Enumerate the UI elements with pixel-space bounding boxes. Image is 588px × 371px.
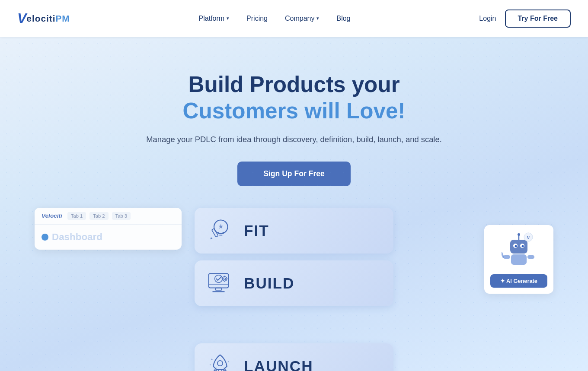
build-label: BUILD bbox=[244, 275, 295, 292]
fit-label: FIT bbox=[244, 222, 269, 239]
svg-point-9 bbox=[222, 276, 227, 281]
logo-name: elocitiPM bbox=[26, 13, 70, 24]
hero-subtitle: Manage your PDLC from idea through disco… bbox=[146, 135, 442, 144]
dashboard-card: Velociti Tab 1 Tab 2 Tab 3 Dashboard bbox=[35, 208, 182, 250]
login-button[interactable]: Login bbox=[479, 15, 496, 22]
card-body: Dashboard bbox=[35, 225, 182, 250]
chevron-down-icon: ▾ bbox=[227, 16, 229, 21]
topbar-tabs: Tab 1 Tab 2 Tab 3 bbox=[67, 212, 131, 220]
nav-platform[interactable]: Platform ▾ bbox=[199, 15, 230, 22]
logo-v-letter: V bbox=[17, 10, 26, 26]
logo[interactable]: V elocitiPM bbox=[17, 10, 70, 26]
nav-pricing[interactable]: Pricing bbox=[246, 15, 268, 22]
signup-button[interactable]: Sign Up For Free bbox=[237, 162, 351, 186]
svg-rect-23 bbox=[503, 255, 510, 259]
robot-icon: V bbox=[502, 231, 536, 270]
svg-point-31 bbox=[210, 364, 211, 365]
svg-rect-15 bbox=[510, 240, 527, 254]
navbar: V elocitiPM Platform ▾ Pricing Company ▾… bbox=[0, 0, 588, 37]
svg-point-18 bbox=[515, 245, 517, 247]
hero-title-line2: Customers will Love! bbox=[183, 98, 406, 124]
dashboard-dot-icon bbox=[42, 234, 48, 241]
svg-rect-24 bbox=[527, 255, 534, 259]
card-topbar: Velociti Tab 1 Tab 2 Tab 3 bbox=[35, 208, 182, 225]
topbar-tab: Tab 1 bbox=[67, 212, 86, 220]
topbar-tab: Tab 3 bbox=[112, 212, 131, 220]
topbar-tab: Tab 2 bbox=[89, 212, 108, 220]
nav-blog[interactable]: Blog bbox=[336, 15, 350, 22]
svg-line-25 bbox=[502, 253, 503, 257]
launch-icon bbox=[205, 351, 235, 371]
svg-point-28 bbox=[217, 361, 223, 366]
svg-rect-22 bbox=[511, 254, 527, 265]
ai-card: V ✦ AI Generate bbox=[484, 225, 553, 294]
launch-label: LAUNCH bbox=[244, 358, 313, 371]
svg-text:V: V bbox=[527, 235, 530, 241]
nav-actions: Login Try For Free bbox=[479, 10, 571, 28]
svg-point-30 bbox=[228, 361, 229, 362]
svg-point-10 bbox=[224, 278, 225, 279]
dashboard-label: Dashboard bbox=[42, 231, 175, 243]
build-card: BUILD bbox=[195, 260, 393, 306]
nav-company[interactable]: Company ▾ bbox=[285, 15, 319, 22]
fit-icon bbox=[205, 216, 235, 246]
fit-card: FIT bbox=[195, 208, 393, 254]
svg-point-29 bbox=[211, 358, 213, 360]
launch-partial: LAUNCH bbox=[195, 343, 393, 371]
hero-section: Build Products your Customers will Love!… bbox=[0, 37, 588, 371]
topbar-logo: Velociti bbox=[42, 212, 62, 219]
try-for-free-button[interactable]: Try For Free bbox=[505, 10, 571, 28]
phase-cards: FIT bbox=[195, 208, 393, 306]
hero-title-line1: Build Products your bbox=[188, 71, 399, 98]
launch-card: LAUNCH bbox=[195, 343, 393, 371]
ai-generate-button[interactable]: ✦ AI Generate bbox=[490, 274, 547, 288]
build-icon bbox=[205, 268, 235, 298]
svg-point-19 bbox=[522, 245, 524, 247]
chevron-down-icon: ▾ bbox=[316, 16, 319, 21]
nav-links: Platform ▾ Pricing Company ▾ Blog bbox=[199, 15, 351, 22]
svg-rect-6 bbox=[216, 288, 222, 290]
svg-point-21 bbox=[518, 233, 520, 236]
hero-visuals: Velociti Tab 1 Tab 2 Tab 3 Dashboard bbox=[35, 208, 553, 371]
